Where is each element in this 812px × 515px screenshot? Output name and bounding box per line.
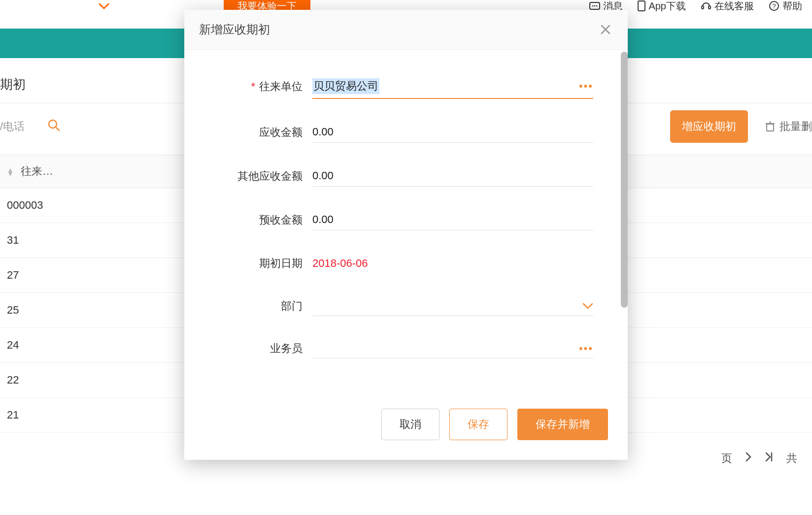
partner-field[interactable]: 贝贝贸易公司 •••: [312, 74, 593, 99]
initial-date-row: 期初日期 2018-06-06: [219, 253, 593, 274]
other-receivable-row: 其他应收金额 0.00: [219, 165, 593, 187]
save-button[interactable]: 保存: [449, 409, 508, 440]
initial-date-field: 2018-06-06: [312, 253, 593, 274]
modal-overlay: 新增应收期初 *往来单位 贝贝贸易公司 ••• 应收金额 0.00: [0, 0, 812, 515]
save-and-new-button[interactable]: 保存并新增: [517, 409, 608, 440]
initial-date-value: 2018-06-06: [312, 257, 368, 270]
modal-title: 新增应收期初: [199, 22, 270, 37]
prepaid-value: 0.00: [312, 213, 334, 226]
modal-footer: 取消 保存 保存并新增: [184, 396, 628, 460]
other-receivable-label: 其他应收金额: [219, 169, 312, 184]
salesperson-label: 业务员: [219, 341, 312, 356]
department-row: 部门: [219, 296, 593, 316]
more-icon[interactable]: •••: [579, 80, 593, 93]
scrollbar[interactable]: [621, 52, 628, 308]
prepaid-label: 预收金额: [219, 213, 312, 227]
more-icon[interactable]: •••: [579, 342, 593, 355]
salesperson-field[interactable]: •••: [312, 339, 593, 358]
modal-body: *往来单位 贝贝贸易公司 ••• 应收金额 0.00 其他应收金额 0.00: [184, 50, 628, 396]
receivable-label: 应收金额: [219, 125, 312, 140]
prepaid-field[interactable]: 0.00: [312, 209, 593, 230]
partner-value: 贝贝贸易公司: [312, 78, 379, 94]
partner-row: *往来单位 贝贝贸易公司 •••: [219, 74, 593, 99]
partner-label: *往来单位: [219, 79, 312, 94]
add-receivable-modal: 新增应收期初 *往来单位 贝贝贸易公司 ••• 应收金额 0.00: [184, 10, 628, 460]
department-label: 部门: [219, 299, 312, 314]
receivable-row: 应收金额 0.00: [219, 122, 593, 143]
chevron-down-icon[interactable]: [582, 300, 593, 313]
cancel-button[interactable]: 取消: [381, 409, 440, 440]
receivable-value: 0.00: [312, 126, 334, 138]
other-receivable-value: 0.00: [312, 169, 334, 182]
modal-header: 新增应收期初: [184, 10, 628, 50]
department-field[interactable]: [312, 296, 593, 316]
receivable-field[interactable]: 0.00: [312, 122, 593, 143]
other-receivable-field[interactable]: 0.00: [312, 165, 593, 187]
close-icon[interactable]: [598, 22, 613, 37]
prepaid-row: 预收金额 0.00: [219, 209, 593, 230]
salesperson-row: 业务员 •••: [219, 339, 593, 358]
initial-date-label: 期初日期: [219, 256, 312, 271]
